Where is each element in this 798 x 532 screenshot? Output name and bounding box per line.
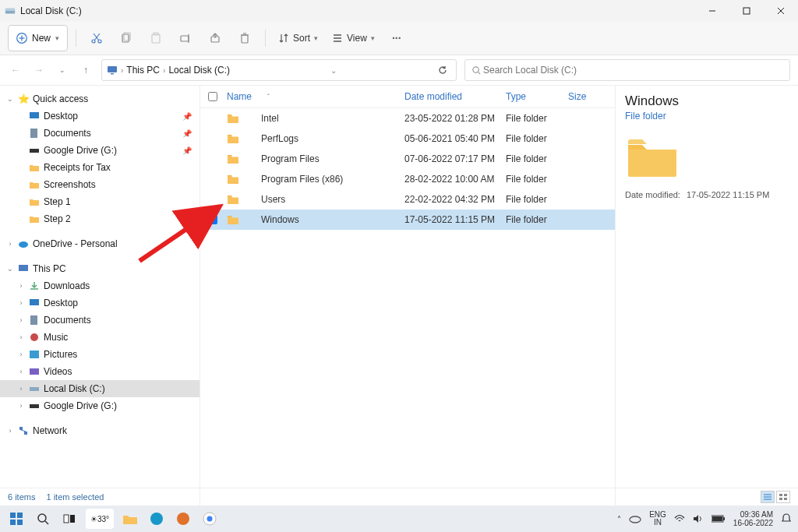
back-button[interactable]: ← [8,62,23,78]
svg-rect-67 [712,516,722,521]
onedrive-tray-icon[interactable] [629,514,641,523]
nav-pictures[interactable]: ›Pictures [0,346,200,363]
layout-icons-button[interactable] [776,491,790,503]
sort-button[interactable]: Sort ▾ [274,26,323,51]
delete-button[interactable] [232,26,257,51]
row-date: 22-02-2022 04:32 PM [404,194,506,205]
svg-rect-55 [17,520,23,525]
column-type[interactable]: Type [506,91,568,102]
nav-step1[interactable]: Step 1 [0,193,200,210]
more-button[interactable]: ··· [384,26,409,51]
chrome-taskbar-icon[interactable] [200,509,220,529]
drive-icon [28,382,41,395]
svg-rect-40 [30,387,39,391]
forward-button[interactable]: → [31,62,47,78]
wifi-icon[interactable] [674,514,685,523]
table-row[interactable]: Program Files (x86)28-02-2022 10:00 AMFi… [200,169,615,189]
battery-icon[interactable] [711,515,726,523]
tray-chevron-icon[interactable]: ˄ [617,515,621,523]
language-indicator[interactable]: ENGIN [649,511,666,527]
nav-screenshots[interactable]: Screenshots [0,176,200,193]
folder-preview-icon [625,136,680,178]
chevron-right-icon: › [121,66,123,75]
search-button[interactable] [33,509,53,529]
search-input[interactable] [482,64,783,76]
view-button[interactable]: View ▾ [327,26,380,51]
nav-this-pc[interactable]: ⌄This PC [0,260,200,277]
svg-point-63 [207,516,213,522]
maximize-button[interactable] [729,0,764,22]
nav-downloads[interactable]: ›Downloads [0,277,200,294]
crumb-pc[interactable]: This PC [126,65,160,76]
share-button[interactable] [203,26,228,51]
row-type: File folder [506,113,568,124]
svg-rect-20 [242,35,248,43]
breadcrumb[interactable]: › This PC › Local Disk (C:) ⌄ [101,59,457,81]
nav-step2[interactable]: Step 2 [0,210,200,227]
nav-documents-2[interactable]: ›Documents [0,312,200,329]
pin-icon: 📌 [182,146,192,155]
volume-icon[interactable] [693,514,704,523]
copy-button[interactable] [114,26,139,51]
nav-videos[interactable]: ›Videos [0,363,200,380]
chevron-down-icon[interactable]: ⌄ [330,66,337,75]
network-icon [17,425,30,437]
table-row[interactable]: Users22-02-2022 04:32 PMFile folder [200,189,615,210]
svg-rect-38 [30,351,39,358]
paste-button[interactable] [143,26,168,51]
recent-button[interactable]: ⌄ [55,62,70,78]
start-button[interactable] [6,509,26,529]
svg-rect-51 [784,498,787,500]
cut-button[interactable] [84,26,109,51]
svg-line-57 [45,521,48,524]
minimize-button[interactable] [695,0,729,22]
nav-google-drive-2[interactable]: ›Google Drive (G:) [0,397,200,414]
row-checkbox[interactable] [208,215,217,224]
up-button[interactable]: ↑ [78,62,94,78]
new-button[interactable]: New ▾ [8,25,68,51]
row-type: File folder [506,214,568,225]
nav-desktop[interactable]: Desktop📌 [0,107,200,125]
nav-documents[interactable]: Documents📌 [0,125,200,142]
nav-network[interactable]: ›Network [0,422,200,439]
table-row[interactable]: Program Files07-06-2022 07:17 PMFile fol… [200,149,615,169]
edge-taskbar-icon[interactable] [147,509,167,529]
nav-quick-access[interactable]: ⌄⭐Quick access [0,90,200,107]
crumb-drive[interactable]: Local Disk (C:) [168,65,230,76]
task-view-button[interactable] [59,509,79,529]
explorer-taskbar-icon[interactable] [120,509,140,529]
column-name[interactable]: Nameˆ [224,91,404,102]
folder-icon [227,193,239,206]
documents-icon [28,127,41,139]
column-date[interactable]: Date modified [404,91,506,102]
svg-rect-43 [24,432,27,435]
svg-point-33 [19,241,28,248]
nav-music[interactable]: ›Music [0,329,200,346]
nav-google-drive[interactable]: Google Drive (G:)📌 [0,142,200,159]
nav-local-disk-c[interactable]: ›Local Disk (C:) [0,380,200,397]
weather-widget[interactable]: ☀ 33° [86,509,114,529]
refresh-button[interactable] [437,65,448,76]
nav-onedrive[interactable]: ›OneDrive - Personal [0,235,200,252]
rename-button[interactable] [173,26,198,51]
search-box[interactable] [464,59,790,81]
clock[interactable]: 09:36 AM16-06-2022 [733,510,773,527]
table-row[interactable]: PerfLogs05-06-2021 05:40 PMFile folder [200,129,615,149]
status-selected-count: 1 item selected [46,492,104,502]
column-size[interactable]: Size [568,91,615,102]
svg-rect-17 [181,36,189,41]
folder-icon [28,161,41,174]
firefox-taskbar-icon[interactable] [173,509,193,529]
svg-rect-31 [30,129,37,138]
layout-details-button[interactable] [761,491,775,503]
svg-line-44 [21,430,26,432]
nav-desktop-2[interactable]: ›Desktop [0,294,200,312]
notifications-icon[interactable] [781,513,792,524]
table-row[interactable]: Intel23-05-2022 01:28 PMFile folder [200,108,615,129]
close-button[interactable] [764,0,798,22]
row-name: Users [261,194,285,205]
svg-rect-50 [779,498,782,500]
table-row[interactable]: Windows17-05-2022 11:15 PMFile folder [200,210,615,230]
select-all-checkbox[interactable] [200,90,224,104]
nav-receipts[interactable]: Receipts for Tax [0,159,200,176]
